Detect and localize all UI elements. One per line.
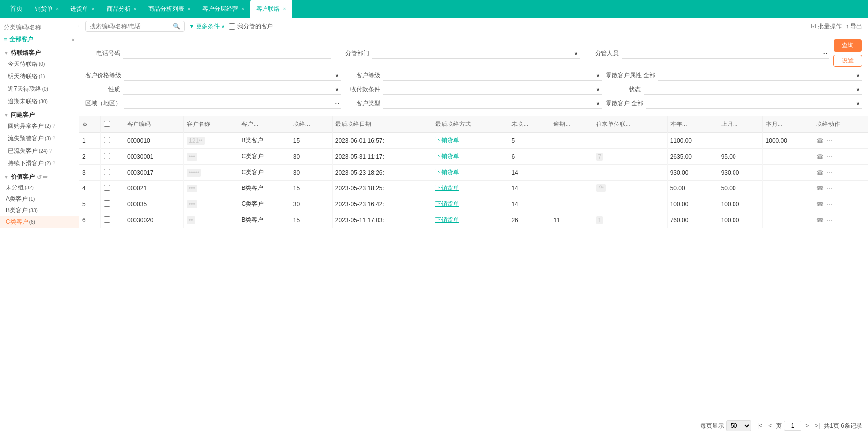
nav-product-analysis[interactable]: 商品分析 ×: [101, 0, 142, 18]
sidebar-collapse-icon[interactable]: «: [71, 36, 75, 43]
sidebar-group-value[interactable]: ▼ 价值客户 ↺ ✏: [0, 170, 79, 182]
last-page-btn[interactable]: >|: [813, 421, 822, 430]
select-all-checkbox[interactable]: [104, 121, 110, 127]
sidebar-item-today[interactable]: 今天待联络(0): [0, 58, 79, 70]
filter-retail-attr-select[interactable]: ∨: [658, 70, 862, 81]
row-checkbox[interactable]: [101, 181, 124, 196]
row-last-method[interactable]: 下销货单: [432, 196, 508, 212]
my-customers-check[interactable]: [229, 23, 235, 30]
action-more-icon[interactable]: ⋯: [827, 185, 833, 192]
row-checkbox[interactable]: [101, 149, 124, 165]
nav-product-list-close-icon[interactable]: ×: [187, 6, 190, 12]
filter-cust-type-select[interactable]: ∨: [383, 98, 601, 109]
filter-payment-select[interactable]: ∨: [383, 84, 601, 95]
method-link[interactable]: 下销货单: [435, 216, 459, 223]
filter-dept-select[interactable]: ∨: [372, 48, 580, 59]
filter-person-select[interactable]: ···: [622, 48, 829, 59]
nav-customer-layer-close-icon[interactable]: ×: [241, 6, 244, 12]
row-checkbox[interactable]: [101, 212, 124, 228]
edit-icon[interactable]: ✏: [43, 174, 48, 181]
sidebar-all-customers[interactable]: ≡ 全部客户 «: [0, 33, 79, 46]
col-overdue[interactable]: 逾期...: [550, 116, 593, 133]
filter-status-select[interactable]: ∨: [644, 84, 862, 95]
nav-purchase-close-icon[interactable]: ×: [91, 6, 94, 12]
row-last-method[interactable]: 下销货单: [432, 181, 508, 196]
action-phone-icon[interactable]: ☎: [816, 169, 824, 176]
sidebar-item-declining[interactable]: 持续下滑客户(2) ?: [0, 157, 79, 170]
filter-price-select[interactable]: ∨: [124, 70, 341, 81]
sidebar-item-b-class[interactable]: B类客户(33): [0, 205, 79, 216]
dots-icon[interactable]: ···: [822, 50, 827, 57]
col-code[interactable]: 客户编码: [124, 116, 184, 133]
method-link[interactable]: 下销货单: [435, 169, 459, 176]
method-link[interactable]: 下销货单: [435, 185, 459, 191]
row-last-method[interactable]: 下销货单: [432, 149, 508, 165]
col-this-month[interactable]: 本月...: [762, 116, 813, 133]
nav-product-list[interactable]: 商品分析列表 ×: [142, 0, 196, 18]
sidebar-group-pending[interactable]: ▼ 待联络客户: [0, 46, 79, 58]
row-checkbox[interactable]: [101, 196, 124, 212]
row-last-method[interactable]: 下销货单: [432, 133, 508, 149]
sidebar-item-tomorrow[interactable]: 明天待联络(1): [0, 70, 79, 83]
action-phone-icon[interactable]: ☎: [816, 137, 824, 144]
per-page-select[interactable]: 50 100 200: [726, 420, 751, 431]
sidebar-item-warn[interactable]: 流失预警客户(3) ?: [0, 132, 79, 145]
col-name[interactable]: 客户名称: [184, 116, 238, 133]
nav-product-analysis-close-icon[interactable]: ×: [134, 6, 136, 12]
filter-nature-select[interactable]: ∨: [123, 84, 341, 95]
nav-customer-contact[interactable]: 客户联络 ×: [250, 0, 292, 18]
help-icon-4[interactable]: ?: [52, 161, 55, 166]
filter-retail-select[interactable]: ∨: [646, 98, 862, 109]
batch-operation-btn[interactable]: ☑ 批量操作: [811, 22, 842, 31]
action-more-icon[interactable]: ⋯: [827, 169, 833, 176]
method-link[interactable]: 下销货单: [435, 153, 459, 160]
main-search-input[interactable]: [90, 23, 171, 30]
filter-grade-select[interactable]: ∨: [383, 70, 601, 81]
sidebar-item-lost[interactable]: 已流失客户(24) ?: [0, 145, 79, 157]
sidebar-item-ungroup[interactable]: 未分组(32): [0, 182, 79, 193]
method-link[interactable]: 下销货单: [435, 137, 459, 144]
nav-sales-close-icon[interactable]: ×: [56, 6, 59, 12]
main-search-icon[interactable]: 🔍: [173, 23, 180, 30]
more-conditions-btn[interactable]: ▼ 更多条件 ∧: [189, 22, 225, 31]
action-more-icon[interactable]: ⋯: [827, 153, 833, 160]
next-page-btn[interactable]: >: [803, 421, 811, 430]
col-last-method[interactable]: 最后联络方式: [432, 116, 508, 133]
action-more-icon[interactable]: ⋯: [827, 201, 833, 208]
action-more-icon[interactable]: ⋯: [827, 137, 833, 144]
filter-region-select[interactable]: ···: [124, 98, 341, 109]
sidebar-item-a-class[interactable]: A类客户(1): [0, 193, 79, 205]
help-icon-3[interactable]: ?: [49, 148, 52, 154]
row-checkbox[interactable]: [101, 165, 124, 181]
nav-sales[interactable]: 销货单 ×: [29, 0, 65, 18]
sidebar-item-overdue[interactable]: 逾期未联络(30): [0, 95, 79, 108]
nav-customer-contact-close-icon[interactable]: ×: [283, 6, 286, 12]
dots-icon2[interactable]: ···: [334, 100, 339, 107]
row-checkbox[interactable]: [101, 133, 124, 149]
query-button[interactable]: 查询: [834, 39, 862, 52]
nav-customer-layer[interactable]: 客户分层经营 ×: [197, 0, 250, 18]
nav-purchase[interactable]: 进货单 ×: [65, 0, 100, 18]
nav-home[interactable]: 首页: [4, 0, 29, 18]
row-last-method[interactable]: 下销货单: [432, 165, 508, 181]
action-phone-icon[interactable]: ☎: [816, 201, 824, 208]
action-phone-icon[interactable]: ☎: [816, 217, 824, 224]
col-no-contact[interactable]: 未联...: [508, 116, 550, 133]
col-settings[interactable]: ⚙: [79, 116, 101, 133]
col-year[interactable]: 本年...: [667, 116, 718, 133]
export-btn[interactable]: ↑ 导出: [846, 22, 862, 31]
col-last-date[interactable]: 最后联络日期: [332, 116, 432, 133]
filter-phone-input[interactable]: [123, 48, 331, 59]
col-contact-days[interactable]: 联络...: [290, 116, 332, 133]
sidebar-search-box[interactable]: 🔍: [0, 22, 79, 33]
sidebar-item-7days[interactable]: 近7天待联络(0): [0, 83, 79, 95]
page-number-input[interactable]: [784, 421, 801, 431]
setting-button[interactable]: 设置: [833, 55, 862, 67]
col-type[interactable]: 客户...: [238, 116, 290, 133]
help-icon-2[interactable]: ?: [52, 136, 55, 141]
method-link[interactable]: 下销货单: [435, 200, 459, 207]
sidebar-group-problem[interactable]: ▼ 问题客户: [0, 108, 79, 120]
col-checkbox[interactable]: [101, 116, 124, 133]
sidebar-item-abnormal[interactable]: 回购异常客户(2) ?: [0, 120, 79, 132]
action-more-icon[interactable]: ⋯: [827, 217, 833, 224]
